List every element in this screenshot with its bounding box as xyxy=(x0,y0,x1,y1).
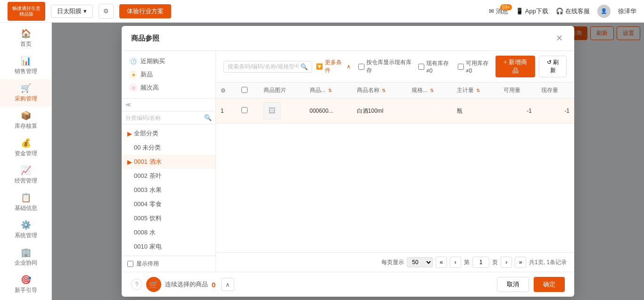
recent-icon: 🕐 xyxy=(129,57,138,66)
category-0004[interactable]: 0004 零食 xyxy=(122,197,215,211)
col-checkbox xyxy=(237,83,259,99)
sidebar-item-operations[interactable]: 📈 经营管理 xyxy=(0,161,51,189)
dialog-close-button[interactable]: ✕ xyxy=(553,33,565,44)
online-service-button[interactable]: 🎧 在线客服 xyxy=(556,7,590,16)
sidebar-item-finance[interactable]: 💰 资金管理 xyxy=(0,134,51,161)
product-search-box: 🔍 xyxy=(223,61,312,73)
category-0001[interactable]: ▶ 0001 酒水 xyxy=(122,155,215,169)
sidebar-item-system[interactable]: ⚙️ 系统管理 xyxy=(0,216,51,243)
prev-page-button[interactable]: ‹ xyxy=(450,257,461,268)
sidebar-item-inventory[interactable]: 📦 库存核算 xyxy=(0,107,51,134)
guide-icon: 🎯 xyxy=(21,275,31,285)
category-panel: 🕐 近期购买 ★ 新品 ☆ 频次高 xyxy=(122,51,216,272)
show-disabled-checkbox[interactable] xyxy=(127,261,133,267)
sidebar-item-inventory-label: 库存核算 xyxy=(15,122,37,130)
app-download-button[interactable]: 📱 App下载 xyxy=(516,7,548,16)
col-code: 商品... ⇅ xyxy=(305,83,352,99)
row-unit: 瓶 xyxy=(452,99,499,124)
logo-text: 畅捷通好生意精品版 xyxy=(12,6,41,17)
quick-items: 🕐 近期购买 ★ 新品 ☆ 频次高 xyxy=(122,51,215,99)
product-search-input[interactable] xyxy=(228,63,298,70)
messages-button[interactable]: ✉ 消息 99+ xyxy=(489,7,508,16)
col-available: 可用量 xyxy=(499,83,537,99)
cancel-button[interactable]: 取消 xyxy=(497,277,529,292)
operations-icon: 📈 xyxy=(21,165,31,175)
collapse-button[interactable]: ≪ xyxy=(122,99,215,111)
available-stock-checkbox[interactable] xyxy=(458,64,464,70)
cart-area: ? 🛒 连续选择的商品 0 ∧ xyxy=(131,277,234,292)
row-name: 白酒100ml xyxy=(352,99,407,124)
app-download-label: App下载 xyxy=(525,7,548,16)
page-input[interactable] xyxy=(472,257,489,268)
sidebar-item-apps[interactable]: 📱 应用中心 xyxy=(0,298,51,300)
category-0001-label: 0001 酒水 xyxy=(134,158,162,166)
filter-button[interactable]: 🔽 更多条件 ∧ xyxy=(316,58,351,75)
page-size-select[interactable]: 50 100 200 xyxy=(407,257,433,267)
frequent-items[interactable]: ☆ 频次高 xyxy=(125,81,212,94)
footer-collapse-button[interactable]: ∧ xyxy=(221,278,234,291)
sidebar-item-enterprise[interactable]: 🏢 企业协同 xyxy=(0,243,51,271)
nav-dropdown[interactable]: 日太阳膜 ▾ xyxy=(51,5,93,18)
cart-count: 0 xyxy=(212,281,215,289)
checkbox-warehouse-stock[interactable]: 按仓库显示现有库存 xyxy=(358,58,413,75)
category-0010[interactable]: 0010 家电 xyxy=(122,240,215,254)
category-search-input[interactable] xyxy=(125,115,202,121)
sidebar-item-sales[interactable]: 📊 销售管理 xyxy=(0,52,51,79)
cart-icon[interactable]: 🛒 xyxy=(146,277,161,292)
sidebar-item-system-label: 系统管理 xyxy=(15,232,37,240)
sidebar-item-basic[interactable]: 📋 基础信息 xyxy=(0,189,51,216)
product-data-table: ⚙ 商品图片 商品... ⇅ 商品名称 ⇅ 规格... ⇅ 主计量 ⇅ 可用量 xyxy=(216,83,574,124)
sort-unit-icon: ⇅ xyxy=(476,88,480,93)
select-all-checkbox[interactable] xyxy=(241,87,248,93)
sidebar-item-guide[interactable]: 🎯 新手引导 xyxy=(0,271,51,298)
warehouse-stock-checkbox[interactable] xyxy=(358,64,364,70)
modal-overlay: 商品参照 ✕ 🕐 近期购买 ★ xyxy=(52,23,644,300)
current-stock-checkbox[interactable] xyxy=(418,64,424,70)
settings-button[interactable]: ⚙ xyxy=(99,4,114,19)
category-0005-label: 0005 饮料 xyxy=(127,214,162,223)
recent-purchases-item[interactable]: 🕐 近期购买 xyxy=(125,55,212,68)
search-icon: 🔍 xyxy=(204,114,212,121)
last-page-button[interactable]: » xyxy=(515,257,526,268)
category-00[interactable]: 00 未分类 xyxy=(122,141,215,155)
filter-icon: 🔽 xyxy=(316,63,323,70)
sidebar-item-purchase[interactable]: 🛒 采购管理 xyxy=(0,79,51,107)
refresh-product-button[interactable]: ↺ 刷新 xyxy=(539,56,567,77)
content-area: 查询 刷新 设置 商品参照 ✕ xyxy=(52,23,644,300)
checkbox-available-stock[interactable]: 可用库存≠0 xyxy=(458,59,492,74)
confirm-button[interactable]: 确定 xyxy=(534,277,565,292)
show-disabled-label: 显示停用 xyxy=(136,260,159,268)
row-index: 1 xyxy=(216,99,237,124)
expand-icon: ▶ xyxy=(127,130,132,137)
category-0002[interactable]: 0002 茶叶 xyxy=(122,169,215,183)
sidebar-item-operations-label: 经营管理 xyxy=(15,177,37,185)
dialog-title: 商品参照 xyxy=(131,34,159,43)
new-products-item[interactable]: ★ 新品 xyxy=(125,68,212,81)
sales-icon: 📊 xyxy=(21,56,31,66)
row-checkbox[interactable] xyxy=(241,107,248,113)
category-all[interactable]: ▶ 全部分类 xyxy=(122,126,215,141)
col-settings: ⚙ xyxy=(216,83,237,99)
chevron-down-icon: ▾ xyxy=(83,8,87,15)
row-checkbox-cell xyxy=(237,99,259,124)
next-page-button[interactable]: › xyxy=(501,257,512,268)
category-0005[interactable]: 0005 饮料 xyxy=(122,211,215,225)
sidebar-item-finance-label: 资金管理 xyxy=(15,150,37,158)
table-row[interactable]: 1 🖼 000600... 白酒100ml 瓶 xyxy=(216,99,574,124)
first-page-button[interactable]: « xyxy=(436,257,447,268)
checkbox-current-stock[interactable]: 现有库存≠0 xyxy=(418,59,452,74)
trial-button[interactable]: 体验行业方案 xyxy=(119,4,171,18)
category-0010-label: 0010 家电 xyxy=(127,242,162,251)
sort-code-icon: ⇅ xyxy=(328,88,332,93)
category-0003[interactable]: 0003 水果 xyxy=(122,183,215,197)
checkbox-current-stock-label: 现有库存≠0 xyxy=(426,59,452,74)
main-layout: 🏠 首页 📊 销售管理 🛒 采购管理 📦 库存核算 💰 资金管理 📈 经营管理 … xyxy=(0,23,644,300)
help-icon[interactable]: ? xyxy=(131,279,142,290)
avatar: 👤 xyxy=(597,5,611,18)
row-image-cell: 🖼 xyxy=(259,99,305,124)
new-label: 新品 xyxy=(140,70,153,79)
add-product-button[interactable]: + 新增商品 xyxy=(495,56,535,77)
sidebar-item-home[interactable]: 🏠 首页 xyxy=(0,25,51,52)
system-icon: ⚙️ xyxy=(21,220,31,230)
category-0008[interactable]: 0008 水 xyxy=(122,225,215,240)
